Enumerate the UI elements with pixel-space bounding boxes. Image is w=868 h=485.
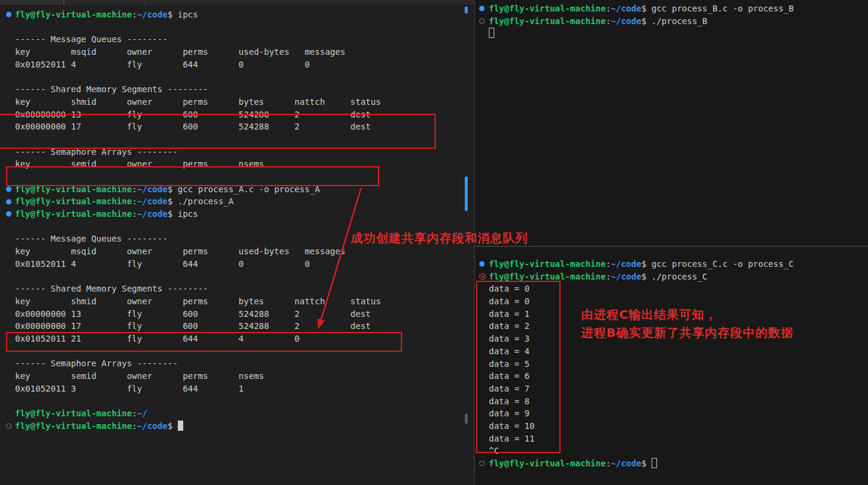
terminal-output: 0x01052011 21 fly 644 4 0 (15, 334, 300, 343)
terminal-line: ------ Semaphore Arrays -------- (0, 146, 469, 158)
prompt-dollar: $ (168, 184, 178, 194)
prompt-user-host: fly@fly-virtual-machine (15, 209, 132, 219)
terminal-line: fly@fly-virtual-machine:~/code$ gcc proc… (0, 183, 469, 196)
terminal-output: data = 10 (489, 421, 535, 431)
tab-strip-segment (0, 0, 63, 5)
prompt-dollar: $ (641, 16, 652, 26)
prompt-user-host: fly@fly-virtual-machine (15, 196, 132, 206)
terminal-line: 0x00000000 17 fly 600 524288 2 dest (0, 320, 469, 333)
terminal-output: 0x01052011 4 fly 644 0 0 (15, 259, 310, 269)
terminal-line: key msqid owner perms used-bytes message… (0, 245, 469, 258)
terminal-cursor (652, 458, 657, 468)
prompt-user-host: fly@fly-virtual-machine (489, 259, 606, 269)
terminal-output: 0x00000000 13 fly 600 524288 2 dest (15, 110, 371, 119)
command-text: ./process_C (652, 272, 708, 281)
terminal-line (475, 27, 868, 40)
terminal-line (0, 133, 469, 146)
terminal-output: ------ Shared Memory Segments -------- (15, 284, 208, 293)
command-text: gcc process_C.c -o process_C (652, 259, 794, 269)
command-default-icon[interactable] (479, 19, 485, 24)
terminal-line: ------ Message Queues -------- (0, 233, 469, 245)
overview-ruler-mark (465, 177, 468, 211)
terminal-line: data = 2 (475, 320, 868, 333)
prompt-path: ~/code (137, 184, 168, 194)
command-success-icon[interactable] (479, 6, 485, 11)
prompt-user-host: fly@fly-virtual-machine (15, 184, 132, 194)
overview-ruler-mark (465, 7, 468, 13)
terminal-line: data = 9 (475, 407, 868, 420)
terminal-output: key shmid owner perms bytes nattch statu… (15, 97, 381, 107)
terminal-line: 0x01052011 4 fly 644 0 0 (0, 58, 469, 71)
terminal-line: fly@fly-virtual-machine:~/code$ (0, 420, 469, 433)
terminal-output: data = 4 (489, 346, 529, 356)
terminal-line: 0x00000000 13 fly 600 524288 2 dest (0, 108, 469, 121)
terminal-output: 0x00000000 17 fly 600 524288 2 dest (15, 321, 371, 331)
prompt-user-host: fly@fly-virtual-machine (489, 4, 606, 13)
command-default-icon[interactable] (6, 424, 11, 429)
scrollbar-thumb[interactable] (465, 414, 468, 424)
tab-strip-divider (63, 0, 64, 5)
terminal-line: data = 1 (475, 308, 868, 321)
terminal-output: 0x01052011 4 fly 644 0 0 (15, 60, 310, 69)
terminal-line: fly@fly-virtual-machine:~/code$ ipcs (0, 208, 469, 221)
terminal-line: ------ Semaphore Arrays -------- (0, 357, 469, 370)
terminal-output: ------ Message Queues -------- (15, 234, 168, 243)
prompt-dollar: $ (641, 272, 652, 281)
terminal-output: 0x00000000 13 fly 600 524288 2 dest (15, 309, 371, 319)
terminal-output: data = 2 (489, 321, 529, 331)
terminal-line: ------ Shared Memory Segments -------- (0, 283, 469, 295)
command-error-icon[interactable]: × (479, 274, 486, 280)
terminal-output: data = 1 (489, 309, 529, 319)
terminal-line (0, 171, 469, 183)
vertical-split-sash[interactable] (474, 0, 475, 485)
command-text: ipcs (178, 209, 198, 219)
command-default-icon[interactable] (479, 461, 485, 466)
terminal-line: data = 10 (475, 420, 868, 433)
prompt-user-host: fly@fly-virtual-machine (15, 10, 132, 19)
command-text: ./process_A (178, 196, 234, 206)
terminal-line: data = 6 (475, 370, 868, 383)
terminal-output: ^C (489, 446, 499, 455)
terminal-pane-right-top[interactable]: fly@fly-virtual-machine:~/code$ gcc proc… (475, 0, 868, 248)
prompt-user-host: fly@fly-virtual-machine (489, 272, 606, 281)
prompt-dollar: $ (641, 4, 652, 13)
command-text: ./process_B (652, 16, 708, 26)
prompt-path: ~/code (611, 458, 641, 468)
command-success-icon[interactable] (6, 211, 11, 217)
terminal-line (0, 345, 469, 358)
terminal-output: data = 11 (489, 434, 535, 443)
terminal-line: fly@fly-virtual-machine:~/code$ gcc proc… (475, 258, 868, 271)
terminal-output: data = 9 (489, 408, 529, 418)
terminal-line: ------ Shared Memory Segments -------- (0, 83, 469, 96)
terminal-line: ------ Message Queues -------- (0, 33, 469, 46)
vscode-terminal-panel: fly@fly-virtual-machine:~/code$ ipcs----… (0, 0, 868, 485)
terminal-output: key msqid owner perms used-bytes message… (15, 246, 345, 256)
terminal-output: key shmid owner perms bytes nattch statu… (15, 296, 381, 306)
terminal-output: 0x01052011 3 fly 644 1 (15, 384, 244, 393)
terminal-output: key msqid owner perms used-bytes message… (15, 47, 345, 57)
terminal-pane-right-bottom[interactable]: fly@fly-virtual-machine:~/code$ gcc proc… (475, 246, 868, 485)
terminal-output: ------ Semaphore Arrays -------- (15, 147, 178, 157)
horizontal-split-sash[interactable] (475, 246, 868, 247)
tab-strip-divider (144, 0, 145, 5)
terminal-line (0, 21, 469, 34)
command-success-icon[interactable] (479, 261, 485, 267)
command-success-icon[interactable] (6, 199, 11, 204)
terminal-line: key semid owner perms nsems (0, 370, 469, 383)
prompt-user-host: fly@fly-virtual-machine (15, 421, 132, 431)
prompt-dollar: $ (168, 209, 178, 219)
terminal-line: key msqid owner perms used-bytes message… (0, 46, 469, 58)
terminal-line: data = 5 (475, 358, 868, 371)
terminal-line: fly@fly-virtual-machine:~/code$ ipcs (0, 8, 469, 21)
terminal-line: fly@fly-virtual-machine:~/ (0, 407, 469, 420)
terminal-output: key semid owner perms nsems (15, 371, 264, 381)
command-success-icon[interactable] (6, 186, 11, 192)
terminal-line: fly@fly-virtual-machine:~/code$ gcc proc… (475, 2, 868, 15)
terminal-pane-left[interactable]: fly@fly-virtual-machine:~/code$ ipcs----… (0, 5, 469, 485)
terminal-output: data = 7 (489, 384, 529, 393)
terminal-line: data = 11 (475, 433, 868, 445)
prompt-path: ~/code (137, 421, 168, 431)
terminal-line: data = 7 (475, 383, 868, 395)
command-success-icon[interactable] (6, 12, 11, 17)
panel-tab-strip (0, 0, 474, 5)
